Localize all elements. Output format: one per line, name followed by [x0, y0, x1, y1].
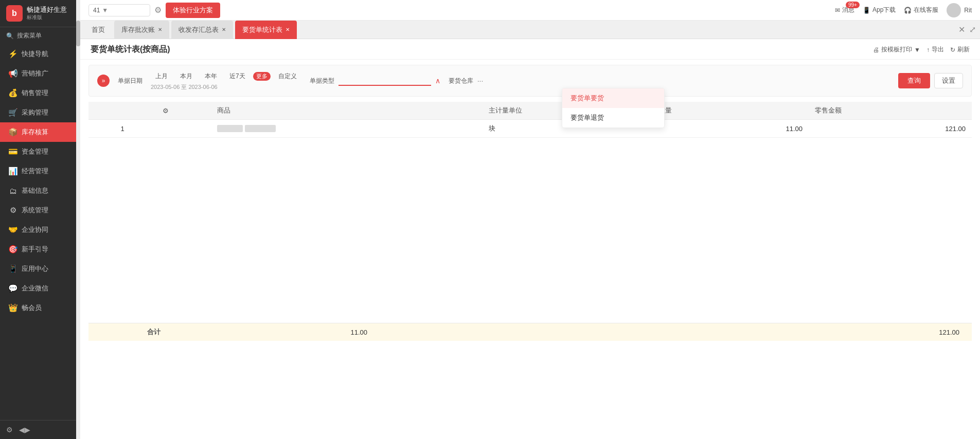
close-all-tabs-btn[interactable]: ✕ — [958, 25, 965, 34]
user-name: Rit — [964, 7, 972, 14]
trial-btn[interactable]: 体验行业方案 — [166, 3, 220, 18]
this-month-btn[interactable]: 本月 — [175, 70, 197, 82]
close-batch-account-icon[interactable]: ✕ — [158, 27, 162, 32]
refresh-icon: ↻ — [950, 46, 955, 53]
sidebar-item-wechat[interactable]: 💬 企业微信 — [0, 279, 76, 298]
sales-icon: 💰 — [8, 88, 17, 98]
sidebar-item-purchase[interactable]: 🛒 采购管理 — [0, 103, 76, 122]
type-dropdown: 要货单要货 要货单退货 — [562, 88, 665, 128]
sidebar-search[interactable]: 🔍 搜索菜单 — [0, 27, 76, 44]
row-num: 1 — [88, 120, 156, 138]
app-center-icon: 📱 — [8, 264, 17, 273]
col-header-product: 商品 — [211, 102, 483, 120]
date-filter-label: 单据日期 — [118, 77, 142, 85]
page-actions: 🖨 按模板打印 ▼ ↑ 导出 ↻ 刷新 — [873, 45, 970, 54]
guide-icon: 🎯 — [8, 245, 17, 254]
query-btn[interactable]: 查询 — [898, 73, 930, 88]
sidebar-item-basic-info[interactable]: 🗂 基础信息 — [0, 181, 76, 200]
tab-home[interactable]: 首页 — [84, 21, 112, 39]
company-selector[interactable]: 41 ▼ — [88, 4, 150, 16]
sidebar-item-sales[interactable]: 💰 销售管理 — [0, 83, 76, 103]
last-7-days-btn[interactable]: 近7天 — [225, 70, 250, 82]
app-download-btn[interactable]: 📱 App下载 — [863, 6, 896, 14]
this-year-btn[interactable]: 本年 — [200, 70, 222, 82]
selector-chevron-icon: ▼ — [102, 7, 108, 14]
footer-collapse-btn[interactable]: ◀▶ — [19, 426, 30, 434]
data-table: ⚙ 商品 主计量单位 主数量 零售金额 1 — [88, 102, 972, 138]
date-range-text: 2023-05-06 至 2023-06-06 — [151, 83, 301, 91]
set-btn[interactable]: 设置 — [934, 73, 963, 88]
sidebar-item-app-center[interactable]: 📱 应用中心 — [0, 259, 76, 279]
home-tab-label: 首页 — [92, 25, 105, 34]
quick-nav-icon: ⚡ — [8, 49, 17, 59]
online-service-btn[interactable]: 🎧 在线客服 — [904, 6, 938, 14]
sidebar-item-operations[interactable]: 📊 经营管理 — [0, 161, 76, 181]
sidebar-scrollbar[interactable] — [76, 0, 80, 439]
table-container: ⚙ 商品 主计量单位 主数量 零售金额 1 — [88, 102, 972, 138]
footer-amount: 121.00 — [898, 328, 959, 336]
print-icon: 🖨 — [873, 46, 879, 53]
more-dates-btn[interactable]: 更多 — [253, 72, 271, 81]
topbar: 41 ▼ ⚙ 体验行业方案 ✉ 消息 99+ 📱 App下载 🎧 在线客服 R — [80, 0, 980, 21]
basic-info-icon: 🗂 — [8, 187, 17, 195]
type-filter-label: 单据类型 — [310, 77, 334, 85]
sidebar-item-inventory[interactable]: 📦 库存核算 — [0, 122, 76, 142]
topbar-right: ✉ 消息 99+ 📱 App下载 🎧 在线客服 Rit — [835, 3, 972, 17]
custom-date-btn[interactable]: 自定义 — [274, 70, 301, 82]
type-filter-input[interactable] — [338, 76, 431, 86]
sidebar-item-finance[interactable]: 💳 资金管理 — [0, 142, 76, 161]
scrollbar-thumb — [76, 21, 80, 46]
sidebar-item-enterprise[interactable]: 🤝 企业协同 — [0, 220, 76, 240]
expand-tabs-btn[interactable]: ⤢ — [969, 25, 976, 34]
export-btn[interactable]: ↑ 导出 — [926, 45, 944, 54]
warehouse-more-icon[interactable]: ··· — [477, 77, 484, 85]
tab-requisition-stats[interactable]: 要货单统计表 ✕ — [235, 21, 297, 39]
sidebar-label: 新手引导 — [22, 245, 48, 254]
type-chevron-icon[interactable]: ∧ — [435, 77, 440, 85]
topbar-left: 41 ▼ ⚙ 体验行业方案 — [88, 3, 829, 18]
expand-icon: » — [102, 77, 105, 84]
sidebar-item-marketing[interactable]: 📢 营销推广 — [0, 64, 76, 83]
download-icon: 📱 — [863, 7, 870, 14]
row-amount: 121.00 — [809, 120, 972, 138]
warehouse-filter-label: 要货仓库 — [449, 77, 473, 85]
enterprise-icon: 🤝 — [8, 225, 17, 234]
topbar-settings-icon[interactable]: ⚙ — [154, 5, 162, 15]
message-icon: ✉ — [835, 7, 840, 14]
tab-batch-account[interactable]: 库存批次账 ✕ — [114, 21, 169, 39]
print-chevron-icon: ▼ — [914, 46, 920, 53]
system-icon: ⚙ — [8, 206, 17, 215]
requisition-stats-label: 要货单统计表 — [242, 25, 282, 34]
print-template-btn[interactable]: 🖨 按模板打印 ▼ — [873, 45, 920, 54]
user-area[interactable]: Rit — [947, 3, 972, 17]
date-range-btns: 上月 本月 本年 近7天 更多 自定义 2023-05-06 至 2023-06… — [151, 70, 301, 91]
sidebar-item-guide[interactable]: 🎯 新手引导 — [0, 240, 76, 259]
empty-space — [80, 138, 980, 323]
finance-icon: 💳 — [8, 147, 17, 156]
sidebar-label: 采购管理 — [22, 108, 48, 117]
filter-expand-btn[interactable]: » — [97, 75, 110, 87]
sidebar-item-system[interactable]: ⚙ 系统管理 — [0, 200, 76, 220]
search-label: 搜索菜单 — [17, 31, 42, 40]
refresh-btn[interactable]: ↻ 刷新 — [950, 45, 970, 54]
footer-settings-btn[interactable]: ⚙ — [6, 426, 13, 434]
close-requisition-icon[interactable]: ✕ — [286, 27, 290, 32]
content-area: 要货单统计表(按商品) 🖨 按模板打印 ▼ ↑ 导出 ↻ 刷新 — [80, 39, 980, 439]
dropdown-item-requisition-order[interactable]: 要货单要货 — [562, 88, 664, 108]
wechat-icon: 💬 — [8, 284, 17, 293]
search-icon: 🔍 — [6, 32, 14, 40]
tab-receivable-summary[interactable]: 收发存汇总表 ✕ — [171, 21, 233, 39]
sidebar-item-quick-nav[interactable]: ⚡ 快捷导航 — [0, 44, 76, 64]
footer-label: 合计 — [141, 327, 244, 337]
sidebar-item-member[interactable]: 👑 畅会员 — [0, 298, 76, 318]
close-receivable-icon[interactable]: ✕ — [222, 27, 226, 32]
messages-btn[interactable]: ✉ 消息 99+ — [835, 6, 854, 14]
export-icon: ↑ — [926, 46, 930, 53]
col-header-settings[interactable]: ⚙ — [156, 102, 211, 120]
dropdown-item-requisition-return[interactable]: 要货单退货 — [562, 108, 664, 127]
row-product — [211, 120, 483, 138]
last-month-btn[interactable]: 上月 — [151, 70, 172, 82]
page-header: 要货单统计表(按商品) 🖨 按模板打印 ▼ ↑ 导出 ↻ 刷新 — [80, 39, 980, 60]
page-title: 要货单统计表(按商品) — [91, 44, 170, 55]
purchase-icon: 🛒 — [8, 108, 17, 117]
